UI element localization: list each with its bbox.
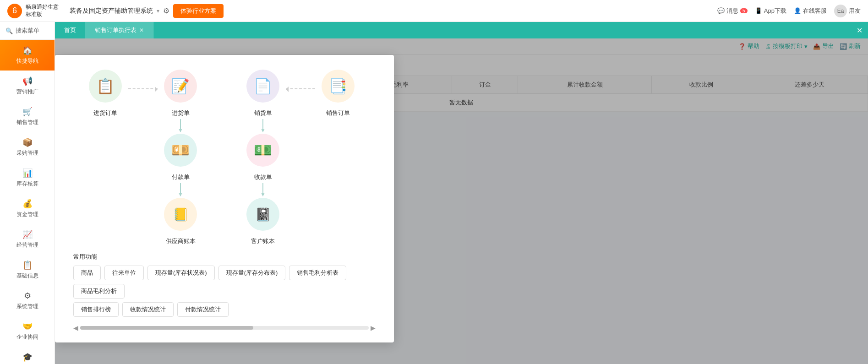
logo-text: 畅康通好生意 标准版 xyxy=(26,4,59,18)
sidebar: 🔍 搜索菜单 🏠 快捷导航 📢 营销推广 🛒 销售管理 📦 采购管理 📊 库存核… xyxy=(0,22,55,364)
app-icon: 📱 xyxy=(755,7,762,14)
marketing-icon: 📢 xyxy=(22,76,33,86)
online-service-button[interactable]: 👤 在线客服 xyxy=(794,7,827,15)
logo-icon: 6 xyxy=(7,4,22,18)
user-menu[interactable]: Ea 用友 xyxy=(834,5,861,17)
home-icon: 🏠 xyxy=(22,45,33,55)
modal-dialog: 📋 进货订单 📝 进货单 xyxy=(55,55,394,342)
content-area: ❓ 帮助 🖨 按模板打印 ▾ 📤 导出 🔄 刷新 📅 单据状态 xyxy=(55,38,868,364)
purchase-icon: 📦 xyxy=(22,137,33,147)
func-btn-product[interactable]: 商品 xyxy=(73,266,101,280)
sidebar-item-basic-info[interactable]: 📋 基础信息 xyxy=(0,255,55,285)
node-sales-order[interactable]: 📑 销售订单 xyxy=(315,70,361,117)
node-receipt[interactable]: 💵 收款单 xyxy=(240,134,286,181)
node-purchase-order[interactable]: 📋 进货订单 xyxy=(82,70,128,117)
func-btns-row1: 商品 往来单位 现存量(库存状况表) 现存量(库存分布表) 销售毛利分析表 商品… xyxy=(73,266,376,299)
operations-icon: 📈 xyxy=(22,229,33,239)
modal-scrollbar: ◀ ▶ xyxy=(73,324,376,331)
search-icon: 🔍 xyxy=(5,27,13,34)
func-btn-counterpart[interactable]: 往来单位 xyxy=(104,266,144,280)
message-badge: 5 xyxy=(740,8,748,13)
tab-bar: 首页 销售订单执行表 ✕ ✕ xyxy=(55,22,868,38)
common-funcs-title: 常用功能 xyxy=(73,253,376,261)
sales-icon: 🛒 xyxy=(22,107,33,117)
message-button[interactable]: 💬 消息 5 xyxy=(717,7,748,15)
top-right: 💬 消息 5 📱 App下载 👤 在线客服 Ea 用友 xyxy=(717,5,861,17)
func-btn-receipt-stats[interactable]: 收款情况统计 xyxy=(122,302,174,317)
node-payment[interactable]: 💴 付款单 xyxy=(158,134,203,181)
avatar: Ea xyxy=(834,5,847,17)
modal-overlay[interactable]: 📋 进货订单 📝 进货单 xyxy=(55,38,868,364)
guide-icon: 🎓 xyxy=(22,352,33,362)
logo-area: 6 畅康通好生意 标准版 xyxy=(7,4,62,18)
func-btn-sales-margin[interactable]: 销售毛利分析表 xyxy=(289,266,346,280)
func-btn-payment-stats[interactable]: 付款情况统计 xyxy=(177,302,229,317)
top-bar: 6 畅康通好生意 标准版 装备及固定资产辅助管理系统 ▾ ⚙ 体验行业方案 💬 … xyxy=(0,0,868,22)
app-download-button[interactable]: 📱 App下载 xyxy=(755,7,786,15)
message-icon: 💬 xyxy=(717,7,725,14)
sidebar-item-operations[interactable]: 📈 经营管理 xyxy=(0,224,55,255)
sidebar-item-finance[interactable]: 💰 资金管理 xyxy=(0,193,55,224)
settings-icon[interactable]: ⚙ xyxy=(163,6,169,15)
service-icon: 👤 xyxy=(794,7,801,14)
func-btn-stock-dist[interactable]: 现存量(库存分布表) xyxy=(218,266,286,280)
sidebar-item-system[interactable]: ⚙ 系统管理 xyxy=(0,285,55,316)
search-menu[interactable]: 🔍 搜索菜单 xyxy=(0,22,55,40)
scroll-left-icon[interactable]: ◀ xyxy=(73,324,78,331)
scrollbar-thumb xyxy=(80,326,253,330)
sidebar-item-sales[interactable]: 🛒 销售管理 xyxy=(0,101,55,132)
system-title: 装备及固定资产辅助管理系统 ▾ ⚙ 体验行业方案 xyxy=(70,4,717,18)
inventory-icon: 📊 xyxy=(22,168,33,178)
main-area: 首页 销售订单执行表 ✕ ✕ ❓ 帮助 🖨 按模板打印 ▾ 📤 导出 xyxy=(55,22,868,364)
close-all-tabs-button[interactable]: ✕ xyxy=(857,26,868,35)
sidebar-item-purchase[interactable]: 📦 采购管理 xyxy=(0,132,55,163)
system-icon: ⚙ xyxy=(24,291,31,301)
func-btn-stock-status[interactable]: 现存量(库存状况表) xyxy=(147,266,215,280)
experience-button[interactable]: 体验行业方案 xyxy=(173,4,224,18)
sidebar-item-guide[interactable]: 🎓 新手引导 xyxy=(0,347,55,364)
node-purchase[interactable]: 📝 进货单 xyxy=(158,70,203,117)
sidebar-item-quick-nav[interactable]: 🏠 快捷导航 xyxy=(0,40,55,71)
sidebar-item-collab[interactable]: 🤝 企业协同 xyxy=(0,316,55,347)
func-btn-product-margin[interactable]: 商品毛利分析 xyxy=(73,284,125,299)
finance-icon: 💰 xyxy=(22,199,33,209)
func-btn-sales-rank[interactable]: 销售排行榜 xyxy=(73,302,119,317)
tab-home[interactable]: 首页 xyxy=(55,22,86,38)
scroll-right-icon[interactable]: ▶ xyxy=(371,324,376,331)
common-functions: 常用功能 商品 往来单位 现存量(库存状况表) 现存量(库存分布表) 销售毛利分… xyxy=(73,253,376,317)
node-sales[interactable]: 📄 销货单 xyxy=(240,70,286,117)
func-btns-row2: 销售排行榜 收款情况统计 付款情况统计 xyxy=(73,302,376,317)
scrollbar-track[interactable] xyxy=(80,326,369,330)
dropdown-arrow-icon[interactable]: ▾ xyxy=(157,8,159,14)
node-supplier-ledger[interactable]: 📒 供应商账本 xyxy=(158,198,203,245)
collab-icon: 🤝 xyxy=(22,321,33,331)
node-customer-ledger[interactable]: 📓 客户账本 xyxy=(240,198,286,245)
tab-sales-order[interactable]: 销售订单执行表 ✕ xyxy=(86,22,153,38)
info-icon: 📋 xyxy=(22,260,33,270)
tab-close-icon[interactable]: ✕ xyxy=(139,27,144,33)
sidebar-item-inventory[interactable]: 📊 库存核算 xyxy=(0,163,55,193)
sidebar-item-marketing[interactable]: 📢 营销推广 xyxy=(0,71,55,101)
